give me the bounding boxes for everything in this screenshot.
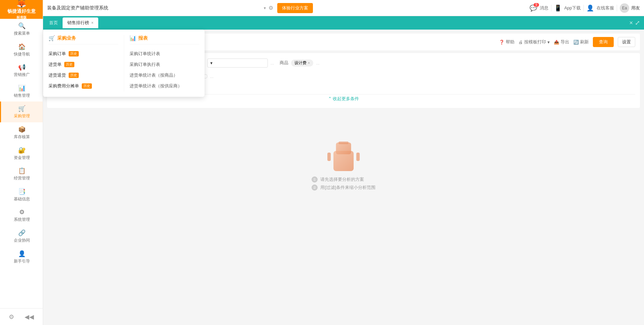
dropdown-item-inbound-by-goods[interactable]: 进货单统计表（按商品） <box>130 70 200 81</box>
dropdown-purchase-section: 🛒 采购业务 采购订单 历史 进货单 历史 进货退货 历史 采购费用分摊单 历史 <box>48 35 118 91</box>
dropdown-item-inbound-by-supplier[interactable]: 进货单统计表（按供应商） <box>130 81 200 91</box>
dropdown-reports-section: 📊 报表 采购订单统计表 采购订单执行表 进货单统计表（按商品） 进货单统计表（… <box>124 35 200 91</box>
reports-section-icon: 📊 <box>130 35 136 41</box>
dropdown-item-inbound[interactable]: 进货单 历史 <box>48 59 118 70</box>
purchase-order-history[interactable]: 历史 <box>69 51 79 56</box>
reports-section-title: 📊 报表 <box>130 35 200 44</box>
dropdown-item-purchase-order[interactable]: 采购订单 历史 <box>48 48 118 59</box>
expense-label: 采购费用分摊单 <box>48 83 79 89</box>
purchase-section-title: 🛒 采购业务 <box>48 35 118 44</box>
dropdown-item-return[interactable]: 进货退货 历史 <box>48 70 118 81</box>
expense-history[interactable]: 历史 <box>82 83 92 89</box>
inbound-label: 进货单 <box>48 62 62 68</box>
dropdown-overlay[interactable]: 🛒 采购业务 采购订单 历史 进货单 历史 进货退货 历史 采购费用分摊单 历史 <box>0 0 644 325</box>
purchase-order-label: 采购订单 <box>48 51 66 57</box>
return-history[interactable]: 历史 <box>69 73 79 78</box>
purchase-section-icon: 🛒 <box>48 35 55 41</box>
dropdown-item-po-stats[interactable]: 采购订单统计表 <box>130 48 200 59</box>
dropdown-item-po-exec[interactable]: 采购订单执行表 <box>130 59 200 70</box>
inbound-history[interactable]: 历史 <box>64 62 74 67</box>
purchase-dropdown-menu: 🛒 采购业务 采购订单 历史 进货单 历史 进货退货 历史 采购费用分摊单 历史 <box>43 30 205 97</box>
dropdown-item-expense[interactable]: 采购费用分摊单 历史 <box>48 81 118 91</box>
return-label: 进货退货 <box>48 72 66 78</box>
